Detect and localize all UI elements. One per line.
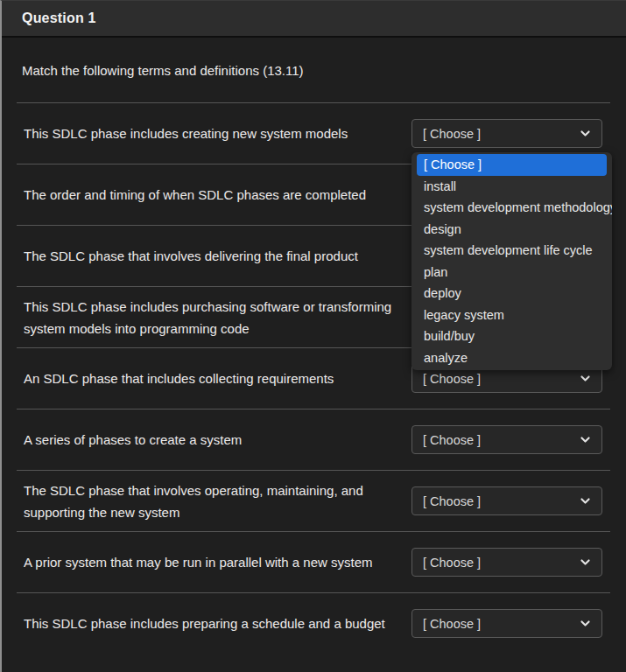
definition-text: This SDLC phase includes purchasing soft… — [24, 296, 411, 340]
match-row: A prior system that may be run in parall… — [17, 531, 610, 592]
chevron-down-icon — [580, 373, 591, 384]
question-prompt: Match the following terms and definition… — [2, 38, 626, 102]
answer-select[interactable]: [ Choose ] — [411, 119, 602, 148]
chevron-down-icon — [580, 128, 591, 139]
answer-select[interactable]: [ Choose ] — [411, 548, 602, 577]
definition-text: The SDLC phase that involves operating, … — [24, 480, 411, 523]
dropdown-option[interactable]: system development methodology — [411, 197, 612, 219]
dropdown-option[interactable]: deploy — [411, 283, 612, 304]
dropdown-option[interactable]: legacy system — [411, 304, 612, 326]
match-row: The SDLC phase that involves operating, … — [17, 470, 610, 531]
chevron-down-icon — [580, 556, 591, 568]
definition-text: The SDLC phase that involves delivering … — [24, 245, 358, 267]
chevron-down-icon — [580, 434, 591, 445]
question-card: Question 1 Match the following terms and… — [0, 0, 626, 672]
definition-text: A prior system that may be run in parall… — [24, 551, 373, 573]
dropdown-option[interactable]: system development life cycle — [411, 240, 612, 262]
definition-text: The order and timing of when SDLC phases… — [24, 184, 366, 206]
dropdown-option[interactable]: design — [411, 219, 612, 241]
dropdown-option[interactable]: install — [411, 176, 612, 198]
match-row: A series of phases to create a system [ … — [17, 409, 610, 470]
select-value: [ Choose ] — [423, 433, 481, 447]
dropdown-menu: [ Choose ] install system development me… — [411, 152, 612, 370]
select-value: [ Choose ] — [423, 617, 481, 631]
dropdown-option[interactable]: analyze — [411, 347, 612, 369]
dropdown-option[interactable]: plan — [411, 262, 612, 284]
definition-text: A series of phases to create a system — [24, 429, 242, 451]
select-value: [ Choose ] — [423, 372, 481, 386]
question-header: Question 1 — [2, 1, 626, 38]
definition-text: This SDLC phase includes creating new sy… — [24, 122, 348, 144]
definition-text: This SDLC phase includes preparing a sch… — [24, 612, 385, 634]
answer-select[interactable]: [ Choose ] — [411, 425, 602, 454]
chevron-down-icon — [580, 618, 591, 629]
answer-select[interactable]: [ Choose ] — [411, 486, 602, 515]
question-title: Question 1 — [22, 10, 96, 26]
dropdown-option[interactable]: build/buy — [411, 326, 612, 347]
select-value: [ Choose ] — [423, 127, 481, 141]
dropdown-option[interactable]: [ Choose ] — [417, 154, 607, 176]
answer-select[interactable]: [ Choose ] — [411, 609, 602, 638]
select-value: [ Choose ] — [423, 556, 481, 570]
match-row: This SDLC phase includes preparing a sch… — [17, 592, 610, 654]
select-value: [ Choose ] — [423, 494, 481, 508]
chevron-down-icon — [580, 495, 591, 507]
definition-text: An SDLC phase that includes collecting r… — [24, 368, 334, 389]
